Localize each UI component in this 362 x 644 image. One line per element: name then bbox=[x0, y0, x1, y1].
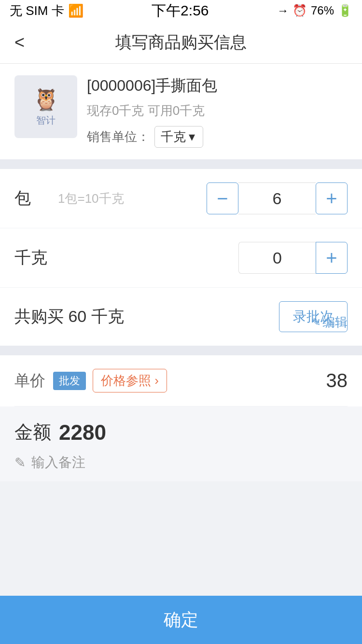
page-title: 填写商品购买信息 bbox=[115, 31, 247, 54]
bao-plus-button[interactable]: + bbox=[316, 182, 348, 214]
confirm-bar[interactable]: 确定 bbox=[0, 596, 362, 644]
product-stock: 现存0千克 可用0千克 bbox=[87, 102, 348, 119]
status-bar: 无 SIM 卡 📶 下午2:56 → ⏰ 76% 🔋 bbox=[0, 0, 362, 21]
price-tag: 批发 bbox=[53, 372, 86, 390]
unit-value: 千克 bbox=[161, 128, 186, 145]
price-row: 单价 批发 价格参照 › 38 bbox=[14, 369, 348, 406]
product-unit-row: 销售单位： 千克 ▾ bbox=[87, 126, 348, 148]
price-section: 单价 批发 价格参照 › 38 bbox=[0, 355, 362, 406]
bao-stepper: − + bbox=[207, 182, 348, 214]
edit-icon: ✎ bbox=[312, 316, 320, 328]
location-icon: → bbox=[277, 4, 289, 17]
total-row: 共购买 60 千克 录批次 bbox=[0, 288, 362, 346]
product-name: [0000006]手撕面包 bbox=[87, 75, 348, 97]
bao-input[interactable] bbox=[238, 182, 316, 214]
content: 🦉 智计 [0000006]手撕面包 现存0千克 可用0千克 销售单位： 千克 … bbox=[0, 64, 362, 644]
wifi-icon: 📶 bbox=[68, 3, 84, 18]
status-left: 无 SIM 卡 📶 bbox=[10, 2, 84, 19]
separator-2 bbox=[0, 346, 362, 355]
status-time: 下午2:56 bbox=[152, 1, 209, 21]
pencil-icon: ✎ bbox=[14, 455, 26, 471]
kg-stepper: + bbox=[238, 242, 348, 274]
product-image-label: 智计 bbox=[36, 114, 56, 127]
separator-1 bbox=[0, 159, 362, 169]
amount-value: 2280 bbox=[59, 420, 106, 445]
kg-row: 千克 + bbox=[0, 228, 362, 288]
bao-hint: 1包=10千克 bbox=[58, 190, 207, 207]
nav-bar: < 填写商品购买信息 bbox=[0, 21, 362, 64]
bao-minus-button[interactable]: − bbox=[207, 182, 238, 214]
amount-label: 金额 bbox=[14, 420, 51, 445]
price-ref-button[interactable]: 价格参照 › bbox=[93, 369, 167, 392]
total-text: 共购买 60 千克 bbox=[14, 306, 124, 328]
alarm-icon: ⏰ bbox=[292, 4, 307, 17]
unit-select[interactable]: 千克 ▾ bbox=[154, 126, 203, 148]
remark-row[interactable]: ✎ 输入备注 bbox=[14, 453, 348, 472]
back-button[interactable]: < bbox=[10, 28, 29, 57]
bao-label: 包 bbox=[14, 187, 53, 210]
remark-placeholder: 输入备注 bbox=[31, 453, 85, 472]
signal-text: 无 SIM 卡 bbox=[10, 2, 64, 19]
battery-text: 76% bbox=[311, 4, 334, 17]
amount-row: 金额 2280 bbox=[14, 420, 348, 445]
product-info: [0000006]手撕面包 现存0千克 可用0千克 销售单位： 千克 ▾ bbox=[87, 75, 348, 148]
bao-row: 包 1包=10千克 − + bbox=[0, 169, 362, 228]
kg-input[interactable] bbox=[238, 242, 316, 274]
product-card: 🦉 智计 [0000006]手撕面包 现存0千克 可用0千克 销售单位： 千克 … bbox=[0, 64, 362, 159]
input-section: 包 1包=10千克 − + 千克 + bbox=[0, 169, 362, 288]
amount-section: 金额 2280 ✎ 输入备注 bbox=[0, 406, 362, 481]
chevron-down-icon: ▾ bbox=[189, 129, 195, 144]
kg-label: 千克 bbox=[14, 247, 53, 269]
battery-icon: 🔋 bbox=[338, 4, 352, 17]
kg-plus-button[interactable]: + bbox=[316, 242, 348, 274]
content-spacer bbox=[0, 481, 362, 596]
status-right: → ⏰ 76% 🔋 bbox=[277, 4, 352, 17]
price-label: 单价 bbox=[14, 370, 45, 392]
confirm-text: 确定 bbox=[164, 608, 198, 632]
unit-label: 销售单位： bbox=[87, 128, 150, 145]
owl-icon: 🦉 bbox=[33, 87, 59, 112]
product-image: 🦉 智计 bbox=[14, 75, 77, 138]
price-value: 38 bbox=[326, 370, 348, 392]
edit-label: 编辑 bbox=[322, 314, 348, 331]
edit-button[interactable]: ✎ 编辑 bbox=[312, 314, 348, 331]
